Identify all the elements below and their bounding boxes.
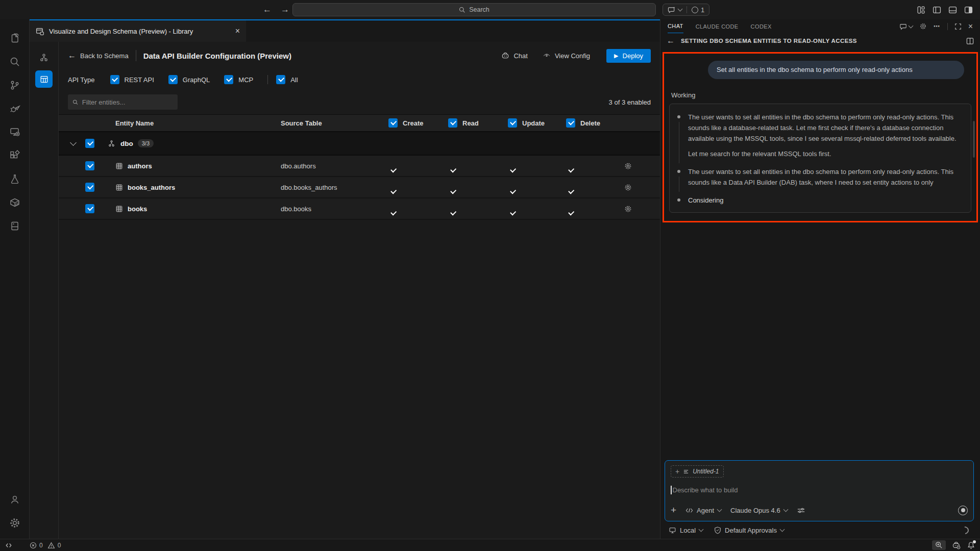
attach-icon[interactable]: +: [671, 505, 676, 516]
extensions-icon[interactable]: [4, 144, 26, 167]
testing-icon[interactable]: [4, 167, 26, 191]
checkbox-create-all[interactable]: [388, 118, 398, 128]
entity-row-books-authors[interactable]: books_authors dbo.books_authors: [59, 177, 660, 198]
close-icon[interactable]: ×: [235, 27, 240, 35]
view-config-button[interactable]: View Config: [542, 52, 590, 60]
arrow-left-icon[interactable]: ←: [667, 36, 675, 45]
chevron-down-icon: [678, 7, 683, 12]
close-icon[interactable]: ×: [968, 22, 973, 31]
notifications-bell[interactable]: [967, 541, 975, 549]
chat-input-box[interactable]: + Untitled-1 Describe what to build +: [665, 460, 974, 521]
thinking-item: The user wants to set all entities in th…: [676, 112, 964, 159]
play-icon: ▶: [614, 53, 618, 59]
checkbox-mcp[interactable]: [224, 75, 233, 84]
checkbox-read-all[interactable]: [448, 118, 457, 128]
source-control-icon[interactable]: [4, 73, 26, 97]
deploy-button[interactable]: ▶ Deploy: [606, 49, 651, 63]
checkbox-entity[interactable]: [85, 204, 94, 213]
chevron-down-icon: [783, 507, 788, 512]
schema-icon: [107, 139, 116, 148]
tab-chat[interactable]: CHAT: [668, 19, 683, 33]
checkbox-all[interactable]: [276, 75, 285, 84]
config-table-view-button[interactable]: [35, 70, 53, 88]
all-option[interactable]: All: [276, 75, 298, 84]
row-settings-gear-icon[interactable]: [624, 183, 632, 192]
chat-footer: Local Default Approvals: [665, 521, 974, 539]
rest-api-option[interactable]: REST API: [110, 75, 154, 84]
tools-icon: [685, 507, 693, 514]
copilot-chat-menu[interactable]: [663, 4, 687, 15]
entities-table: Entity Name Source Table Create Read Upd…: [59, 114, 660, 220]
chat-text-input[interactable]: Describe what to build: [671, 484, 968, 495]
back-to-schema-button[interactable]: ← Back to Schema: [68, 51, 129, 60]
settings-gear-icon[interactable]: [919, 22, 927, 30]
toggle-secondary-sidebar-icon[interactable]: [964, 6, 973, 14]
entity-row-books[interactable]: books dbo.books: [59, 198, 660, 220]
session-count-badge[interactable]: 1: [687, 4, 709, 15]
checkbox-schema-dbo[interactable]: [85, 139, 94, 148]
mode-selector[interactable]: Agent: [685, 507, 721, 514]
voice-record-button[interactable]: [958, 506, 968, 515]
account-icon[interactable]: [4, 488, 26, 511]
designer-rail: [30, 42, 59, 539]
tab-visualize-schema[interactable]: Visualize and Design Schema (Preview) - …: [30, 20, 246, 42]
chevron-down-icon[interactable]: [70, 139, 77, 146]
checkbox-entity[interactable]: [85, 183, 94, 192]
filter-entities-input[interactable]: [82, 98, 173, 106]
file-lines-icon: [683, 469, 689, 474]
environment-selector[interactable]: Local: [669, 527, 703, 534]
nav-back-icon[interactable]: ←: [263, 5, 272, 15]
checkbox-graphql[interactable]: [168, 75, 178, 84]
toggle-primary-sidebar-icon[interactable]: [933, 6, 941, 14]
maximize-icon[interactable]: [954, 23, 962, 30]
zoom-indicator[interactable]: [932, 540, 946, 550]
tab-title: Visualize and Design Schema (Preview) - …: [49, 28, 193, 35]
checkbox-rest-api[interactable]: [110, 75, 119, 84]
shield-icon: [714, 527, 721, 534]
customize-layout-icon[interactable]: [917, 6, 925, 14]
checkbox-entity[interactable]: [85, 161, 94, 170]
checkbox-delete-all[interactable]: [566, 118, 575, 128]
explorer-icon[interactable]: [4, 27, 26, 50]
chat-button[interactable]: Chat: [501, 52, 527, 60]
model-selector[interactable]: Claude Opus 4.6: [730, 507, 788, 514]
warning-count: 0: [58, 542, 61, 549]
search-icon[interactable]: [4, 50, 26, 73]
more-actions-icon[interactable]: ⋯: [934, 22, 941, 30]
row-settings-gear-icon[interactable]: [624, 162, 632, 170]
open-in-editor-icon[interactable]: [966, 37, 974, 45]
filter-entities-box[interactable]: [68, 94, 178, 110]
database-project-icon[interactable]: [4, 214, 26, 238]
chat-session-menu[interactable]: [899, 23, 913, 30]
approvals-selector[interactable]: Default Approvals: [714, 527, 784, 534]
graphql-option[interactable]: GraphQL: [168, 75, 210, 84]
context-chip[interactable]: + Untitled-1: [671, 465, 724, 478]
add-context-icon[interactable]: +: [675, 467, 679, 475]
tab-codex[interactable]: CODEX: [751, 19, 772, 33]
schema-view-button[interactable]: [35, 49, 53, 66]
tab-claude-code[interactable]: CLAUDE CODE: [696, 19, 739, 33]
row-settings-gear-icon[interactable]: [624, 205, 632, 213]
entity-row-authors[interactable]: authors dbo.authors: [59, 156, 660, 177]
run-debug-icon[interactable]: [4, 97, 26, 120]
nav-forward-icon[interactable]: →: [281, 5, 289, 15]
command-search-box[interactable]: Search: [292, 3, 656, 16]
toggle-panel-icon[interactable]: [948, 6, 957, 14]
mcp-option[interactable]: MCP: [224, 75, 253, 84]
containers-icon[interactable]: [4, 191, 26, 214]
search-icon: [72, 99, 79, 106]
model-settings-sliders-icon[interactable]: [797, 507, 805, 514]
loading-spinner-icon: [960, 524, 970, 535]
copilot-status-icon[interactable]: [952, 541, 961, 549]
col-entity-name: Entity Name: [115, 119, 281, 127]
checkbox-update-all[interactable]: [508, 118, 517, 128]
problems-indicator[interactable]: 0 0: [30, 542, 61, 549]
schema-group-row[interactable]: dbo 3/3: [59, 132, 660, 156]
remote-explorer-icon[interactable]: [4, 120, 26, 144]
settings-gear-icon[interactable]: [4, 511, 26, 535]
enabled-summary: 3 of 3 enabled: [609, 98, 651, 106]
scrollbar[interactable]: [973, 121, 975, 158]
chat-panel: CHAT CLAUDE CODE CODEX ⋯ × ← SETTING DBO…: [660, 19, 980, 539]
chevron-down-icon: [908, 23, 913, 28]
remote-indicator[interactable]: [5, 542, 12, 548]
